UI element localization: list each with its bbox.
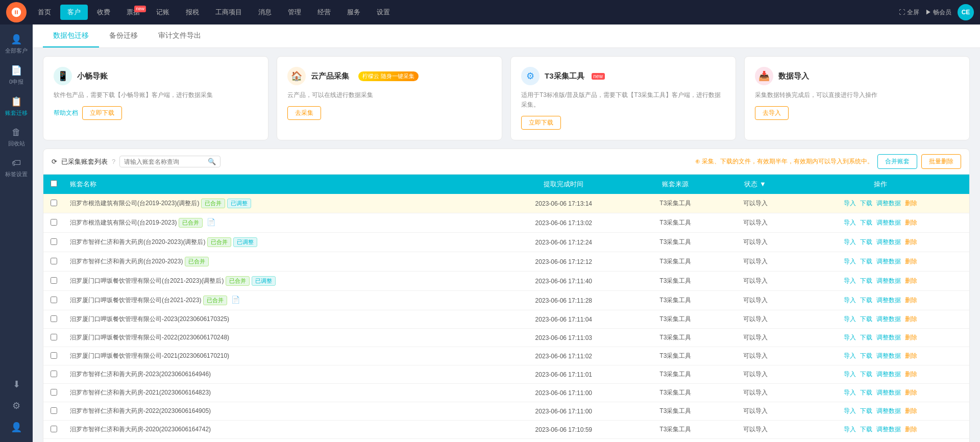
delete-link[interactable]: 删除 xyxy=(905,352,917,359)
nav-message[interactable]: 消息 xyxy=(251,5,279,20)
delete-link[interactable]: 删除 xyxy=(905,200,917,207)
row-checkbox[interactable] xyxy=(51,238,57,245)
adjust-link[interactable]: 调整数据 xyxy=(876,389,901,396)
delete-link[interactable]: 删除 xyxy=(905,238,917,245)
sidebar-item-tag-settings[interactable]: 🏷 标签设置 xyxy=(2,154,31,182)
row-checkbox[interactable] xyxy=(51,407,57,414)
fullscreen-btn[interactable]: ⛶ 全屏 xyxy=(899,8,919,17)
download-link[interactable]: 下载 xyxy=(860,200,872,207)
delete-link[interactable]: 删除 xyxy=(905,297,917,304)
nav-invoice[interactable]: 票据 new xyxy=(119,5,147,20)
import-link[interactable]: 导入 xyxy=(844,200,856,207)
sidebar-item-zero-report[interactable]: 📄 0申报 xyxy=(2,61,31,90)
adjust-link[interactable]: 调整数据 xyxy=(876,277,901,284)
import-link[interactable]: 导入 xyxy=(844,389,856,396)
delete-link[interactable]: 删除 xyxy=(905,426,917,433)
delete-link[interactable]: 删除 xyxy=(905,389,917,396)
list-help-icon[interactable]: ? xyxy=(112,158,115,165)
xiaochangzhang-download-btn[interactable]: 立即下载 xyxy=(82,106,122,120)
import-link[interactable]: 导入 xyxy=(844,277,856,284)
sidebar-item-recycle[interactable]: 🗑 回收站 xyxy=(2,123,31,152)
search-icon[interactable]: 🔍 xyxy=(208,158,216,165)
delete-link[interactable]: 删除 xyxy=(905,219,917,226)
nav-manage[interactable]: 管理 xyxy=(281,5,308,20)
row-file-icon[interactable]: 📄 xyxy=(205,218,215,226)
row-checkbox[interactable] xyxy=(51,315,57,322)
adjust-link[interactable]: 调整数据 xyxy=(876,426,901,433)
app-logo[interactable] xyxy=(6,2,27,22)
nav-setting[interactable]: 设置 xyxy=(370,5,397,20)
sidebar-item-all-clients[interactable]: 👤 全部客户 xyxy=(2,30,31,59)
batch-delete-btn[interactable]: 批量删除 xyxy=(921,154,961,169)
delete-link[interactable]: 删除 xyxy=(905,277,917,284)
adjust-link[interactable]: 调整数据 xyxy=(876,315,901,323)
row-checkbox[interactable] xyxy=(51,334,57,340)
import-link[interactable]: 导入 xyxy=(844,297,856,304)
import-link[interactable]: 导入 xyxy=(844,258,856,265)
adjust-link[interactable]: 调整数据 xyxy=(876,219,901,226)
adjust-link[interactable]: 调整数据 xyxy=(876,297,901,304)
download-link[interactable]: 下载 xyxy=(860,297,872,304)
adjust-link[interactable]: 调整数据 xyxy=(876,238,901,245)
member-btn[interactable]: ▶ 畅会员 xyxy=(925,8,951,17)
sidebar-item-account-migration[interactable]: 📋 账套迁移 xyxy=(2,92,31,121)
xiaochangzhang-help-link[interactable]: 帮助文档 xyxy=(54,109,78,117)
download-link[interactable]: 下载 xyxy=(860,315,872,323)
tab-audit-export[interactable]: 审计文件导出 xyxy=(148,25,211,47)
nav-service[interactable]: 服务 xyxy=(340,5,368,20)
row-file-icon[interactable]: 📄 xyxy=(229,296,240,304)
user-avatar[interactable]: CE xyxy=(958,4,974,20)
nav-business[interactable]: 工商项目 xyxy=(208,5,249,20)
row-checkbox[interactable] xyxy=(51,352,57,359)
download-link[interactable]: 下载 xyxy=(860,352,872,359)
download-link[interactable]: 下载 xyxy=(860,238,872,245)
sidebar-user-icon[interactable]: 👤 xyxy=(8,419,25,436)
row-checkbox[interactable] xyxy=(51,200,57,206)
adjust-link[interactable]: 调整数据 xyxy=(876,258,901,265)
download-link[interactable]: 下载 xyxy=(860,258,872,265)
row-checkbox[interactable] xyxy=(51,389,57,396)
tab-backup-migration[interactable]: 备份迁移 xyxy=(99,25,148,47)
shujudaoru-import-btn[interactable]: 去导入 xyxy=(755,106,789,120)
nav-fee[interactable]: 收费 xyxy=(90,5,117,20)
import-link[interactable]: 导入 xyxy=(844,352,856,359)
download-link[interactable]: 下载 xyxy=(860,334,872,341)
nav-client[interactable]: 客户 xyxy=(60,5,88,20)
import-link[interactable]: 导入 xyxy=(844,407,856,414)
row-checkbox[interactable] xyxy=(51,297,57,303)
row-checkbox[interactable] xyxy=(51,426,57,432)
import-link[interactable]: 导入 xyxy=(844,334,856,341)
t3caiji-download-btn[interactable]: 立即下载 xyxy=(521,116,561,130)
row-checkbox[interactable] xyxy=(51,371,57,377)
row-checkbox[interactable] xyxy=(51,277,57,284)
merge-account-btn[interactable]: 合并账套 xyxy=(877,154,917,169)
import-link[interactable]: 导入 xyxy=(844,315,856,323)
download-link[interactable]: 下载 xyxy=(860,219,872,226)
delete-link[interactable]: 删除 xyxy=(905,315,917,323)
adjust-link[interactable]: 调整数据 xyxy=(876,407,901,414)
sidebar-settings-icon[interactable]: ⚙ xyxy=(9,397,23,414)
delete-link[interactable]: 删除 xyxy=(905,258,917,265)
nav-home[interactable]: 首页 xyxy=(31,5,58,20)
import-link[interactable]: 导入 xyxy=(844,219,856,226)
download-link[interactable]: 下载 xyxy=(860,389,872,396)
search-input[interactable] xyxy=(124,158,206,165)
row-checkbox[interactable] xyxy=(51,258,57,264)
delete-link[interactable]: 删除 xyxy=(905,371,917,378)
download-link[interactable]: 下载 xyxy=(860,277,872,284)
adjust-link[interactable]: 调整数据 xyxy=(876,371,901,378)
download-link[interactable]: 下载 xyxy=(860,371,872,378)
delete-link[interactable]: 删除 xyxy=(905,334,917,341)
download-link[interactable]: 下载 xyxy=(860,407,872,414)
adjust-link[interactable]: 调整数据 xyxy=(876,334,901,341)
adjust-link[interactable]: 调整数据 xyxy=(876,352,901,359)
import-link[interactable]: 导入 xyxy=(844,238,856,245)
nav-tax[interactable]: 报税 xyxy=(179,5,206,20)
yunpincai-collect-btn[interactable]: 去采集 xyxy=(287,106,321,120)
sidebar-download-icon[interactable]: ⬇ xyxy=(10,376,23,393)
download-link[interactable]: 下载 xyxy=(860,426,872,433)
import-link[interactable]: 导入 xyxy=(844,426,856,433)
refresh-icon[interactable]: ⟳ xyxy=(52,158,57,165)
row-checkbox[interactable] xyxy=(51,219,57,226)
adjust-link[interactable]: 调整数据 xyxy=(876,200,901,207)
